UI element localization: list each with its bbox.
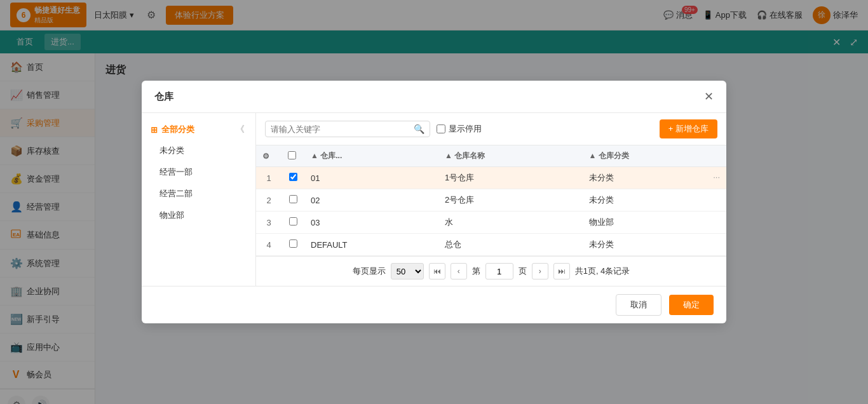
row-category: 物业部 — [583, 212, 727, 234]
last-page-button[interactable]: ⏭ — [553, 263, 570, 279]
row-checkbox-cell[interactable] — [281, 234, 304, 256]
col-gear: ⚙ — [256, 145, 281, 167]
modal-overlay: 仓库 ✕ ⊞ 全部分类 《 未分类 经营一部 经营二部 物业部 — [0, 0, 868, 404]
row-select-checkbox[interactable] — [289, 239, 297, 248]
row-checkbox-cell[interactable] — [281, 212, 304, 234]
row-checkbox-cell[interactable] — [281, 189, 304, 212]
row-checkbox-cell[interactable] — [281, 167, 304, 189]
modal-body: ⊞ 全部分类 《 未分类 经营一部 经营二部 物业部 🔍 — [142, 113, 726, 286]
category-operations1[interactable]: 经营一部 — [142, 161, 255, 183]
row-code: 02 — [304, 189, 438, 212]
row-name: 2号仓库 — [438, 189, 582, 212]
row-name: 水 — [438, 212, 582, 234]
table-header-row: ⚙ ▲ 仓库... ▲ 仓库名称 ▲ 仓库分类 — [256, 145, 726, 167]
row-category: 未分类 — [583, 189, 727, 212]
row-code: 01 — [304, 167, 438, 189]
sort-icon-name[interactable]: ▲ — [445, 151, 452, 160]
row-number: 2 — [256, 189, 281, 212]
next-page-button[interactable]: › — [532, 263, 548, 279]
row-number: 4 — [256, 234, 281, 256]
cancel-button[interactable]: 取消 — [616, 294, 661, 316]
warehouse-table: ⚙ ▲ 仓库... ▲ 仓库名称 ▲ 仓库分类 1 01 1号仓库 未分类··· — [256, 145, 726, 256]
row-number: 3 — [256, 212, 281, 234]
row-select-checkbox[interactable] — [289, 173, 297, 181]
table-row[interactable]: 3 03 水 物业部 — [256, 212, 726, 234]
add-warehouse-button[interactable]: + 新增仓库 — [660, 119, 717, 138]
warehouse-table-container: ⚙ ▲ 仓库... ▲ 仓库名称 ▲ 仓库分类 1 01 1号仓库 未分类··· — [256, 145, 726, 256]
table-row[interactable]: 1 01 1号仓库 未分类··· — [256, 167, 726, 189]
search-icon[interactable]: 🔍 — [414, 124, 424, 134]
category-header: ⊞ 全部分类 《 — [142, 119, 255, 140]
row-code: DEFAULT — [304, 234, 438, 256]
row-more-button[interactable]: ··· — [713, 172, 720, 182]
category-panel: ⊞ 全部分类 《 未分类 经营一部 经营二部 物业部 — [142, 113, 256, 286]
pagination-bar: 每页显示 50 100 ⏮ ‹ 第 页 › ⏭ 共1页, 4条记录 — [256, 256, 726, 286]
per-page-select[interactable]: 50 100 — [391, 263, 424, 279]
gear-icon: ⚙ — [262, 152, 269, 161]
col-category: ▲ 仓库分类 — [583, 145, 727, 167]
row-name: 总仓 — [438, 234, 582, 256]
modal-close-button[interactable]: ✕ — [704, 90, 714, 104]
search-box: 🔍 — [265, 121, 430, 137]
confirm-button[interactable]: 确定 — [669, 295, 714, 315]
row-category: 未分类 — [583, 234, 727, 256]
prev-page-button[interactable]: ‹ — [451, 263, 467, 279]
table-row[interactable]: 2 02 2号仓库 未分类 — [256, 189, 726, 212]
table-panel: 🔍 显示停用 + 新增仓库 ⚙ — [256, 113, 726, 286]
col-name: ▲ 仓库名称 — [438, 145, 582, 167]
category-operations2[interactable]: 经营二部 — [142, 183, 255, 205]
row-select-checkbox[interactable] — [289, 195, 297, 203]
category-unclassified[interactable]: 未分类 — [142, 140, 255, 161]
row-category: 未分类··· — [583, 167, 727, 189]
row-number: 1 — [256, 167, 281, 189]
table-row[interactable]: 4 DEFAULT 总仓 未分类 — [256, 234, 726, 256]
show-disabled-checkbox[interactable] — [437, 125, 445, 133]
first-page-button[interactable]: ⏮ — [429, 263, 445, 279]
modal-title: 仓库 — [154, 91, 173, 103]
row-name: 1号仓库 — [438, 167, 582, 189]
modal-header: 仓库 ✕ — [142, 81, 726, 113]
search-input[interactable] — [271, 125, 410, 134]
page-number-input[interactable] — [485, 263, 513, 279]
sort-icon-cat[interactable]: ▲ — [589, 151, 597, 160]
table-toolbar: 🔍 显示停用 + 新增仓库 — [256, 113, 726, 145]
show-disabled-label[interactable]: 显示停用 — [437, 123, 482, 135]
col-checkbox — [281, 145, 304, 167]
grid-icon: ⊞ — [151, 125, 158, 135]
sort-icon[interactable]: ▲ — [311, 151, 318, 160]
col-code: ▲ 仓库... — [304, 145, 438, 167]
collapse-panel-button[interactable]: 《 — [234, 123, 247, 136]
all-categories-item[interactable]: ⊞ 全部分类 — [151, 124, 194, 135]
modal-footer: 取消 确定 — [142, 286, 726, 323]
row-select-checkbox[interactable] — [289, 217, 297, 226]
row-code: 03 — [304, 212, 438, 234]
select-all-checkbox[interactable] — [288, 151, 296, 159]
warehouse-modal: 仓库 ✕ ⊞ 全部分类 《 未分类 经营一部 经营二部 物业部 — [142, 81, 726, 323]
category-property[interactable]: 物业部 — [142, 205, 255, 226]
